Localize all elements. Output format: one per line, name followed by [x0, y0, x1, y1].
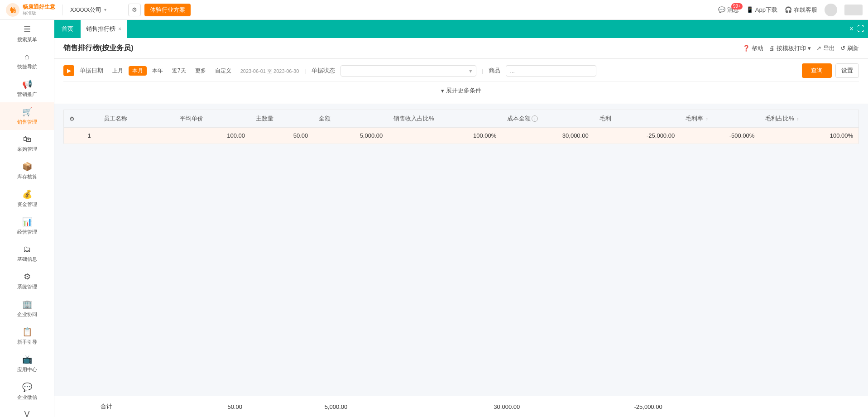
company-selector[interactable]: XXXXX公司 ▾ — [70, 6, 125, 14]
status-select[interactable]: ▾ — [340, 65, 476, 77]
col-qty: 主数量 — [250, 110, 313, 128]
svg-text:畅: 畅 — [10, 7, 16, 14]
sidebar-item-marketing[interactable]: 📢营销推广 — [0, 75, 54, 102]
date-tab-5[interactable]: 自定义 — [211, 66, 235, 76]
sidebar-item-guide[interactable]: 📋新手引导 — [0, 322, 54, 350]
refresh-icon: ↺ — [840, 45, 845, 52]
row-sales-pct-0: 100.00% — [388, 128, 502, 144]
sidebar-item-system[interactable]: ⚙系统管理 — [0, 267, 54, 295]
footer-qty: 50.00 — [222, 401, 319, 412]
refresh-button[interactable]: ↺ 刷新 — [840, 44, 859, 53]
print-template-button[interactable]: 🖨 按模板打印 ▾ — [769, 44, 811, 53]
row-amount-0: 5,000.00 — [313, 128, 388, 144]
gross-pct-sort-icon[interactable]: ↕ — [796, 116, 799, 121]
cost-info-icon[interactable]: i — [532, 115, 538, 122]
sidebar-label-search-order: 搜索菜单 — [17, 36, 37, 43]
filter-separator-1: | — [304, 67, 306, 74]
date-filter-label: 单据日期 — [80, 67, 103, 75]
date-tab-0[interactable]: 上月 — [109, 66, 127, 76]
page-title: 销售排行榜(按业务员) — [63, 43, 134, 53]
expand-more-button[interactable]: ▾ 展开更多条件 — [437, 85, 485, 96]
settings-button[interactable]: ⚙ — [128, 4, 141, 16]
sidebar-label-enterprise: 企业协同 — [17, 311, 37, 318]
tab-close-all-button[interactable]: × — [849, 25, 854, 33]
export-label: 导出 — [823, 44, 835, 53]
row-cost-0: 30,000.00 — [502, 128, 594, 144]
page-content: 销售排行榜(按业务员) ❓ 帮助 🖨 按模板打印 ▾ ↗ 导出 — [54, 38, 868, 417]
date-tab-1[interactable]: 本月 — [129, 66, 147, 76]
trial-button[interactable]: 体验行业方案 — [144, 4, 191, 16]
sidebar-item-purchase[interactable]: 🛍采购管理 — [0, 130, 54, 157]
phone-icon: 📱 — [746, 6, 753, 13]
col-settings[interactable]: ⚙ — [64, 110, 81, 128]
sidebar-item-sales[interactable]: 🛒销售管理 — [0, 102, 54, 130]
app-name: 畅康通好生意 — [23, 4, 55, 10]
sidebar-item-finance[interactable]: 💰资金管理 — [0, 185, 54, 212]
footer-table: 合计 50.00 5,000.00 30,000.00 -25,000.00 — [63, 401, 859, 412]
sidebar-icon-quick-nav: ⌂ — [24, 52, 29, 62]
col-gross: 毛利 — [594, 110, 681, 128]
sidebar-label-basic-info: 基础信息 — [17, 256, 37, 263]
filter-expand-arrow[interactable]: ▶ — [63, 65, 74, 76]
tab-close-button[interactable]: × — [118, 26, 121, 32]
sidebar-icon-sales: 🛒 — [22, 107, 32, 117]
app-download-button[interactable]: 📱 App下载 — [746, 6, 777, 14]
top-bar: 畅 畅康通好生意 标准版 XXXXX公司 ▾ ⚙ 体验行业方案 💬 消息 99+… — [0, 0, 868, 20]
refresh-label: 刷新 — [847, 44, 859, 53]
sidebar-icon-basic-info: 🗂 — [23, 244, 31, 254]
user-name-area — [844, 5, 863, 15]
query-button[interactable]: 查询 — [802, 63, 832, 78]
row-avg-price-0: 100.00 — [174, 128, 250, 144]
action-buttons: 查询 设置 — [802, 63, 859, 78]
date-tab-4[interactable]: 更多 — [192, 66, 210, 76]
page-header: 销售排行榜(按业务员) ❓ 帮助 🖨 按模板打印 ▾ ↗ 导出 — [54, 38, 868, 59]
sidebar-icon-enterprise: 🏢 — [22, 299, 32, 309]
help-button[interactable]: ❓ 帮助 — [743, 44, 763, 53]
date-range: 2023-06-01 至 2023-06-30 — [240, 68, 299, 75]
sidebar-label-quick-nav: 快捷导航 — [17, 63, 37, 70]
row-gross-0: -25,000.00 — [594, 128, 681, 144]
sidebar-label-marketing: 营销推广 — [17, 91, 37, 98]
sidebar-icon-guide: 📋 — [22, 327, 32, 337]
footer-rank-col — [77, 401, 95, 412]
col-gross-pct: 毛利占比% ↕ — [760, 110, 858, 128]
sidebar-label-guide: 新手引导 — [17, 339, 37, 345]
sidebar-label-purchase: 采购管理 — [17, 146, 37, 153]
sidebar-item-app-center[interactable]: 📺应用中心 — [0, 350, 54, 378]
sidebar-icon-inventory: 📦 — [22, 162, 32, 172]
sidebar-icon-wechat: 💬 — [22, 382, 32, 392]
sidebar-item-enterprise[interactable]: 🏢企业协同 — [0, 295, 54, 322]
footer-settings-col — [63, 401, 77, 412]
sidebar-item-inventory[interactable]: 📦库存核算 — [0, 157, 54, 185]
help-icon: ❓ — [743, 45, 750, 52]
col-amount: 全额 — [313, 110, 388, 128]
sidebar-icon-marketing: 📢 — [22, 79, 32, 89]
goods-input[interactable]: ... — [506, 65, 596, 77]
table-row: 1 100.00 50.00 5,000.00 100.00% 30,000.0… — [64, 128, 859, 144]
tab-home[interactable]: 首页 — [54, 20, 81, 38]
message-button[interactable]: 💬 消息 99+ — [718, 6, 739, 14]
sidebar-item-wechat[interactable]: 💬企业微信 — [0, 378, 54, 405]
online-service-button[interactable]: 🎧 在线客服 — [785, 6, 817, 14]
date-tab-3[interactable]: 近7天 — [168, 66, 190, 76]
main-layout: ☰搜索菜单⌂快捷导航📢营销推广🛒销售管理🛍采购管理📦库存核算💰资金管理📊经营管理… — [0, 20, 868, 417]
sidebar-item-quick-nav[interactable]: ⌂快捷导航 — [0, 48, 54, 75]
row-settings-0 — [64, 128, 81, 144]
date-tab-2[interactable]: 本年 — [149, 66, 167, 76]
footer-amount: 5,000.00 — [319, 401, 447, 412]
export-icon: ↗ — [816, 45, 821, 52]
tab-sales-rank[interactable]: 销售排行榜 × — [81, 20, 127, 38]
sidebar-item-member[interactable]: V畅会员 — [0, 405, 54, 417]
tab-fullscreen-button[interactable]: ⛶ — [857, 25, 864, 33]
sidebar-item-operations[interactable]: 📊经营管理 — [0, 212, 54, 240]
export-button[interactable]: ↗ 导出 — [816, 44, 835, 53]
gross-rate-sort-icon[interactable]: ↕ — [706, 116, 708, 121]
settings-button-filter[interactable]: 设置 — [835, 63, 859, 78]
headset-icon: 🎧 — [785, 6, 792, 13]
sidebar-item-basic-info[interactable]: 🗂基础信息 — [0, 240, 54, 267]
avatar[interactable] — [825, 4, 837, 16]
sidebar-label-sales: 销售管理 — [17, 119, 37, 125]
sidebar-item-search-order[interactable]: ☰搜索菜单 — [0, 20, 54, 48]
footer-row: 合计 50.00 5,000.00 30,000.00 -25,000.00 — [63, 401, 859, 412]
col-cost: 成本全额 i — [502, 110, 594, 128]
